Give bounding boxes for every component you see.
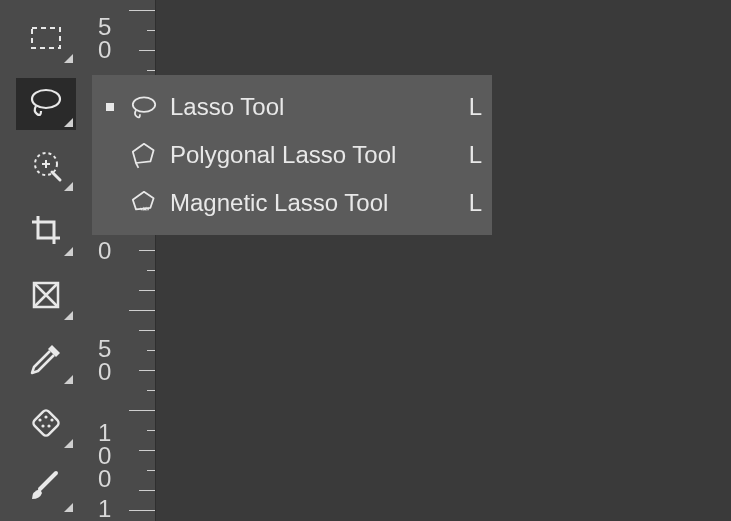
flyout-item-label: Magnetic Lasso Tool [166,189,452,217]
eyedropper-tool[interactable] [16,335,76,387]
ruler-tick [139,290,155,291]
ruler-label: 5 0 [98,338,122,384]
flyout-indicator-icon [64,503,73,512]
flyout-item-shortcut: L [452,141,482,169]
flyout-indicator-icon [64,118,73,127]
flyout-indicator-icon [64,54,73,63]
brush-tool[interactable] [16,463,76,515]
flyout-item-lasso[interactable]: Lasso ToolL [98,83,482,131]
selected-indicator-icon [98,103,122,111]
flyout-indicator-icon [64,182,73,191]
ruler-tick [139,450,155,451]
ruler-label: 5 0 [98,16,122,62]
marquee-tool[interactable] [16,14,76,66]
crop-icon [26,210,66,254]
marquee-icon [26,18,66,62]
flyout-item-shortcut: L [452,189,482,217]
flyout-item-polygonal-lasso[interactable]: Polygonal Lasso ToolL [98,131,482,179]
lasso-tool[interactable] [16,78,76,130]
brush-icon [26,467,66,511]
ruler-tick [129,510,155,511]
quick-selection-tool[interactable] [16,142,76,194]
ruler-tick [139,490,155,491]
flyout-item-shortcut: L [452,93,482,121]
ruler-tick [139,330,155,331]
quick-selection-icon [26,146,66,190]
ruler-tick [139,50,155,51]
ruler-label: 1 0 0 [98,422,122,490]
flyout-item-label: Lasso Tool [166,93,452,121]
ruler-tick [147,430,155,431]
ruler-label: 0 [98,240,122,263]
healing-brush-icon [26,403,66,447]
flyout-indicator-icon [64,247,73,256]
ruler-tick [129,310,155,311]
flyout-item-magnetic-lasso[interactable]: Magnetic Lasso ToolL [98,179,482,227]
ruler-tick [147,270,155,271]
flyout-item-label: Polygonal Lasso Tool [166,141,452,169]
lasso-icon [26,82,66,126]
ruler-tick [147,390,155,391]
magnetic-lasso-icon [122,187,166,219]
ruler-tick [147,30,155,31]
ruler-label: 1 5 0 [98,498,122,521]
ruler-tick [139,370,155,371]
flyout-indicator-icon [64,439,73,448]
flyout-indicator-icon [64,375,73,384]
frame-icon [26,275,66,319]
healing-brush-tool[interactable] [16,399,76,451]
ruler-tick [147,350,155,351]
flyout-indicator-icon [64,311,73,320]
ruler-tick [139,250,155,251]
tools-toolbar [0,0,92,521]
frame-tool[interactable] [16,271,76,323]
polygonal-lasso-icon [122,139,166,171]
ruler-tick [147,470,155,471]
crop-tool[interactable] [16,206,76,258]
ruler-tick [129,10,155,11]
lasso-tool-flyout: Lasso ToolLPolygonal Lasso ToolLMagnetic… [92,75,492,235]
lasso-icon [122,91,166,123]
eyedropper-icon [26,339,66,383]
ruler-tick [147,70,155,71]
ruler-tick [129,410,155,411]
